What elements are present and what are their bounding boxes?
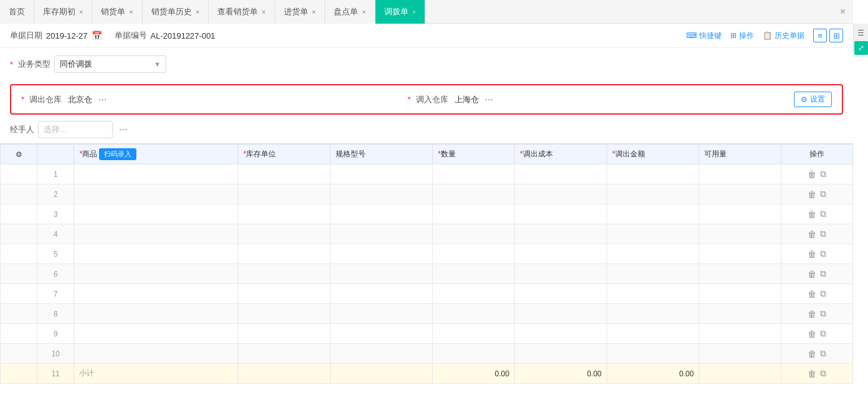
cell-qty-6[interactable]: [433, 264, 515, 284]
cell-unit-5[interactable]: [238, 244, 330, 264]
cell-qty-5[interactable]: [433, 244, 515, 264]
cell-spec-6[interactable]: [330, 264, 433, 284]
cell-goods-8[interactable]: [74, 304, 238, 324]
cell-qty-10[interactable]: [433, 344, 515, 364]
cell-unit-9[interactable]: [238, 324, 330, 344]
cell-goods-5[interactable]: [74, 244, 238, 264]
cell-spec-9[interactable]: [330, 324, 433, 344]
copy-icon-4[interactable]: ⧉: [820, 229, 826, 239]
cell-cost-10[interactable]: [514, 344, 606, 364]
tab-view-sales[interactable]: 查看销货单 ×: [209, 0, 275, 24]
out-warehouse-more-btn[interactable]: ···: [98, 94, 106, 105]
cell-cost-3[interactable]: [514, 204, 606, 224]
tab-close-purchase[interactable]: ×: [312, 8, 316, 16]
tab-sales-history[interactable]: 销货单历史 ×: [143, 0, 209, 24]
copy-icon-1[interactable]: ⧉: [820, 169, 826, 179]
sidebar-expand-icon[interactable]: ⤢: [854, 41, 868, 55]
cell-unit-2[interactable]: [238, 184, 330, 204]
delete-icon-6[interactable]: 🗑: [808, 269, 816, 279]
delete-icon-4[interactable]: 🗑: [808, 229, 816, 239]
cell-unit-10[interactable]: [238, 344, 330, 364]
history-btn[interactable]: 📋 历史单据: [763, 31, 804, 41]
sidebar-list-icon[interactable]: ☰: [854, 26, 868, 40]
cell-spec-2[interactable]: [330, 184, 433, 204]
cell-unit-8[interactable]: [238, 304, 330, 324]
cell-unit-6[interactable]: [238, 264, 330, 284]
cell-goods-3[interactable]: [74, 204, 238, 224]
cell-goods-9[interactable]: [74, 324, 238, 344]
cell-amount-5[interactable]: [607, 244, 699, 264]
cell-unit-3[interactable]: [238, 204, 330, 224]
cell-unit-7[interactable]: [238, 284, 330, 304]
copy-icon-6[interactable]: ⧉: [820, 269, 826, 279]
copy-icon-5[interactable]: ⧉: [820, 249, 826, 259]
cell-spec-1[interactable]: [330, 164, 433, 184]
cell-amount-7[interactable]: [607, 284, 699, 304]
biz-type-select[interactable]: 同价调拨 ▼: [54, 55, 166, 73]
delete-icon-3[interactable]: 🗑: [808, 209, 816, 219]
cell-cost-2[interactable]: [514, 184, 606, 204]
cell-qty-8[interactable]: [433, 304, 515, 324]
cell-amount-1[interactable]: [607, 164, 699, 184]
copy-icon-10[interactable]: ⧉: [820, 348, 826, 359]
delete-icon-11[interactable]: 🗑: [808, 369, 816, 379]
copy-icon-11[interactable]: ⧉: [820, 368, 826, 379]
cell-goods-1[interactable]: [74, 164, 238, 184]
cell-spec-7[interactable]: [330, 284, 433, 304]
cell-qty-1[interactable]: [433, 164, 515, 184]
cell-goods-7[interactable]: [74, 284, 238, 304]
cell-unit-1[interactable]: [238, 164, 330, 184]
cell-goods-2[interactable]: [74, 184, 238, 204]
delete-icon-1[interactable]: 🗑: [808, 169, 816, 179]
th-gear[interactable]: ⚙: [1, 145, 37, 164]
tab-bar-close-btn[interactable]: ×: [833, 0, 853, 24]
tab-home[interactable]: 首页: [0, 0, 34, 24]
delete-icon-10[interactable]: 🗑: [808, 349, 816, 359]
tab-close-inventory-init[interactable]: ×: [79, 8, 83, 16]
tab-close-sales-history[interactable]: ×: [196, 8, 199, 16]
tab-close-transfer[interactable]: ×: [412, 8, 416, 16]
settings-btn[interactable]: ⚙ 设置: [794, 92, 832, 107]
cell-qty-3[interactable]: [433, 204, 515, 224]
cell-cost-4[interactable]: [514, 224, 606, 244]
cell-unit-4[interactable]: [238, 224, 330, 244]
copy-icon-9[interactable]: ⧉: [820, 328, 826, 339]
person-more-btn[interactable]: ···: [119, 124, 127, 135]
cell-goods-6[interactable]: [74, 264, 238, 284]
barcode-btn[interactable]: 扫码录入: [99, 148, 136, 160]
cell-amount-6[interactable]: [607, 264, 699, 284]
shortcuts-btn[interactable]: ⌨ 快捷键: [686, 31, 722, 41]
cell-spec-10[interactable]: [330, 344, 433, 364]
copy-icon-7[interactable]: ⧉: [820, 288, 826, 299]
layout-grid-btn[interactable]: ⊞: [829, 29, 843, 42]
delete-icon-7[interactable]: 🗑: [808, 289, 816, 299]
cell-cost-5[interactable]: [514, 244, 606, 264]
cell-spec-3[interactable]: [330, 204, 433, 224]
copy-icon-3[interactable]: ⧉: [820, 209, 826, 219]
cell-cost-1[interactable]: [514, 164, 606, 184]
cell-qty-2[interactable]: [433, 184, 515, 204]
delete-icon-2[interactable]: 🗑: [808, 189, 816, 199]
delete-icon-9[interactable]: 🗑: [808, 329, 816, 339]
delete-icon-5[interactable]: 🗑: [808, 249, 816, 259]
cell-amount-3[interactable]: [607, 204, 699, 224]
date-icon[interactable]: 📅: [92, 31, 102, 40]
cell-amount-8[interactable]: [607, 304, 699, 324]
cell-amount-4[interactable]: [607, 224, 699, 244]
person-select[interactable]: 选择...: [38, 121, 113, 138]
cell-cost-6[interactable]: [514, 264, 606, 284]
cell-qty-7[interactable]: [433, 284, 515, 304]
cell-goods-4[interactable]: [74, 224, 238, 244]
cell-amount-9[interactable]: [607, 324, 699, 344]
cell-cost-8[interactable]: [514, 304, 606, 324]
delete-icon-8[interactable]: 🗑: [808, 309, 816, 319]
cell-cost-9[interactable]: [514, 324, 606, 344]
layout-list-btn[interactable]: ≡: [813, 29, 827, 42]
cell-spec-4[interactable]: [330, 224, 433, 244]
copy-icon-2[interactable]: ⧉: [820, 189, 826, 199]
cell-amount-10[interactable]: [607, 344, 699, 364]
tab-close-sales-order[interactable]: ×: [129, 8, 133, 16]
tab-purchase[interactable]: 进货单 ×: [275, 0, 325, 24]
cell-goods-10[interactable]: [74, 344, 238, 364]
cell-amount-2[interactable]: [607, 184, 699, 204]
